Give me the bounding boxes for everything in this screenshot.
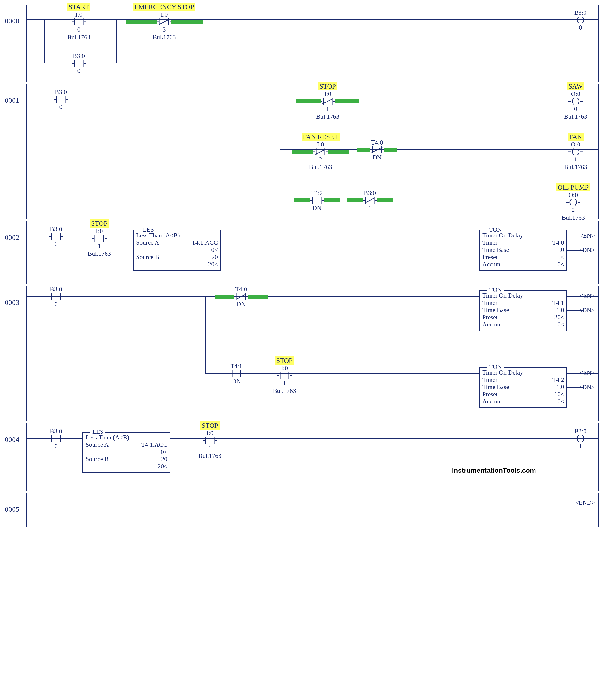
- ton-t40-block: TON Timer On Delay TimerT4:0 Time Base1.…: [479, 230, 567, 271]
- rung-number: 0005: [5, 493, 26, 513]
- estop-contact: EMERGENCY STOP I:0 3 Bul.1763: [126, 3, 203, 41]
- svg-line-63: [236, 294, 246, 299]
- ton-t42-block: TON Timer On Delay TimerT4:2 Time Base1.…: [479, 367, 567, 408]
- t41-dn-contact: T4:1 DN: [219, 363, 253, 385]
- start-label: START: [67, 3, 90, 11]
- les-block: LES Less Than (A<B) Source AT4:1.ACC 0< …: [82, 432, 170, 473]
- rung-number: 0001: [5, 84, 26, 104]
- credit-text: InstrumentationTools.com: [452, 467, 536, 474]
- b30-0-contact: B3:0 0: [42, 428, 71, 450]
- b30-0-contact: B3:0 0: [42, 286, 71, 308]
- t40-dn-contact: T4:0 DN: [215, 286, 268, 308]
- output-coil-b30-1: B3:0 1: [565, 428, 596, 450]
- b30-1-contact: B3:0 1: [347, 190, 393, 212]
- t42-dn-contact: T4:2 DN: [294, 190, 340, 212]
- fan-coil: FAN O:0 1 Bul.1763: [555, 133, 596, 171]
- dn-node: <DN>: [579, 307, 595, 314]
- rung-0000: 0000 START I:0 0 Bul.1763 B3:0 0 EMERGEN…: [5, 5, 599, 82]
- rung-0005: 0005 <END>: [5, 493, 599, 527]
- fanreset-contact: FAN RESET I:0 2 Bul.1763: [292, 133, 349, 171]
- t40-dn-contact: T4:0 DN: [357, 139, 397, 161]
- stop-contact: STOP I:0 1 Bul.1763: [296, 82, 359, 120]
- rung-0001: 0001 B3:0 0 STOP I:0 1 Bul.1763 SAW: [5, 84, 599, 219]
- output-coil-b30-0: B3:0 0: [565, 9, 596, 31]
- svg-line-33: [372, 147, 382, 152]
- b30-0-contact: B3:0 0: [42, 226, 71, 248]
- en-node: <EN>: [579, 292, 595, 299]
- saw-coil: SAW O:0 0 Bul.1763: [555, 82, 596, 120]
- rung-number: 0004: [5, 423, 26, 444]
- en-node: <EN>: [579, 369, 595, 376]
- les-block: LES Less Than (A<B) Source AT4:1.ACC 0< …: [133, 230, 221, 271]
- rung-0004: 0004 B3:0 0 LES Less Than (A<B) Source A…: [5, 423, 599, 491]
- rung-number: 0000: [5, 5, 26, 25]
- en-node: <EN>: [579, 232, 595, 239]
- end-node: <END>: [574, 499, 596, 506]
- dn-node: <DN>: [579, 384, 595, 391]
- ton-t41-block: TON Timer On Delay TimerT4:1 Time Base1.…: [479, 290, 567, 331]
- b30-0-contact: B3:0 0: [44, 89, 78, 111]
- stop-contact: STOP I:0 1 Bul.1763: [191, 421, 229, 459]
- svg-line-44: [365, 198, 375, 203]
- dn-node: <DN>: [579, 247, 595, 254]
- rung-number: 0003: [5, 286, 26, 306]
- ladder-diagram: 0000 START I:0 0 Bul.1763 B3:0 0 EMERGEN…: [5, 5, 599, 527]
- stop-contact: STOP I:0 1 Bul.1763: [80, 219, 119, 257]
- oilpump-coil: OIL PUMP O:0 2 Bul.1763: [550, 183, 596, 221]
- rung-0002: 0002 B3:0 0 STOP I:0 1 Bul.1763 LES Less…: [5, 221, 599, 284]
- rung-number: 0002: [5, 221, 26, 242]
- svg-line-21: [322, 99, 333, 104]
- estop-label: EMERGENCY STOP: [133, 3, 195, 11]
- rung-0003: 0003 B3:0 0 T4:0 DN TON Timer On Delay T…: [5, 286, 599, 421]
- svg-line-28: [315, 149, 326, 154]
- svg-line-10: [159, 19, 169, 25]
- start-contact: START I:0 0 Bul.1763: [58, 3, 99, 41]
- seal-contact: B3:0 0: [62, 52, 96, 75]
- stop-contact: STOP I:0 1 Bul.1763: [265, 356, 304, 395]
